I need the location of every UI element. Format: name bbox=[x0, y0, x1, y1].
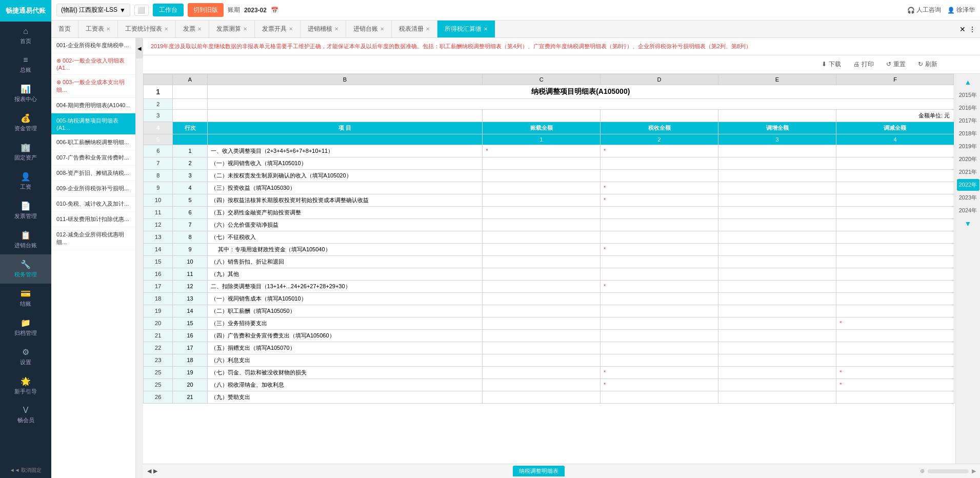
left-item-004[interactable]: 004-期间费用明细表(A1040... bbox=[51, 98, 135, 113]
year-2017[interactable]: 2017年 bbox=[957, 115, 979, 127]
tab-invoice[interactable]: 发票 ✕ bbox=[176, 21, 209, 37]
year-down-button[interactable]: ▼ bbox=[963, 217, 974, 230]
reset-button[interactable]: ↺ 重置 bbox=[883, 58, 909, 70]
table-row: 14 9 其中：专项用途财政性资金（填写A105040） * bbox=[144, 243, 954, 255]
year-2016[interactable]: 2016年 bbox=[957, 102, 979, 114]
left-item-011[interactable]: 011-研发费用加计扣除优惠... bbox=[51, 212, 135, 227]
year-panel: ▲ 2015年 2016年 2017年 2018年 2019年 2020年 20… bbox=[955, 74, 980, 464]
sidebar-item-settings[interactable]: ⚙ 设置 bbox=[0, 342, 51, 371]
col-header-rownum bbox=[144, 74, 173, 85]
year-2019[interactable]: 2019年 bbox=[957, 141, 979, 152]
chevron-down-icon: ▼ bbox=[119, 7, 126, 14]
left-item-003[interactable]: ⊗ 003-一般企业成本支出明细... bbox=[51, 75, 135, 98]
tab-close-salary-report[interactable]: ✕ bbox=[164, 26, 168, 32]
left-item-008[interactable]: 008-资产折旧、摊销及纳税... bbox=[51, 166, 135, 181]
col-header-d: D bbox=[601, 74, 718, 85]
print-button[interactable]: 🖨 打印 bbox=[850, 58, 877, 70]
sidebar-item-inout[interactable]: 📋 进销台账 bbox=[0, 225, 51, 254]
tab-close-invoice-calc[interactable]: ✕ bbox=[243, 26, 247, 32]
tab-invoice-open[interactable]: 发票开具 ✕ bbox=[255, 21, 301, 37]
print-icon: 🖨 bbox=[853, 61, 859, 68]
calendar-icon[interactable]: 📅 bbox=[271, 7, 278, 14]
tabbar-actions: ✕ ⋮ bbox=[955, 25, 980, 33]
period-value: 2023-02 bbox=[244, 7, 267, 14]
prev-sheet-icon[interactable]: ◀ bbox=[147, 468, 151, 474]
sidebar-item-archive[interactable]: 📁 归档管理 bbox=[0, 313, 51, 342]
salary-icon: 👤 bbox=[21, 172, 31, 182]
year-2020[interactable]: 2020年 bbox=[957, 153, 979, 165]
tab-close-income-tax[interactable]: ✕ bbox=[484, 26, 488, 32]
sidebar-item-close[interactable]: 💳 结账 bbox=[0, 284, 51, 313]
support-button[interactable]: 🎧 人工咨询 bbox=[907, 6, 941, 14]
left-item-005[interactable]: 005-纳税调整项目明细表(A1... bbox=[51, 113, 135, 135]
tab-close-salary[interactable]: ✕ bbox=[106, 26, 110, 32]
archive-icon: 📁 bbox=[21, 318, 31, 328]
table-row: 21 16 （四）广告费和业务宣传费支出（填写A105060） bbox=[144, 329, 954, 342]
year-up-button[interactable]: ▲ bbox=[963, 76, 974, 88]
next-sheet-icon[interactable]: ▶ bbox=[153, 468, 157, 474]
left-item-007[interactable]: 007-广告费和业务宣传费时... bbox=[51, 150, 135, 166]
left-item-012[interactable]: 012-减免企业所得税优惠明细... bbox=[51, 227, 135, 250]
sidebar-item-ledger[interactable]: ≡ 总账 bbox=[0, 50, 51, 79]
bottom-tab-label[interactable]: 纳税调整明细表 bbox=[513, 466, 565, 476]
left-item-002[interactable]: ⊗ 002-一般企业收入明细表(A1... bbox=[51, 53, 135, 75]
sidebar-item-finance[interactable]: 💰 资金管理 bbox=[0, 108, 51, 137]
left-item-006[interactable]: 006-职工薪酬纳税调整明细... bbox=[51, 135, 135, 150]
tab-close-in-out-check[interactable]: ✕ bbox=[334, 26, 338, 32]
close-all-icon[interactable]: ✕ bbox=[959, 25, 966, 33]
download-button[interactable]: ⬇ 下载 bbox=[818, 58, 844, 70]
refresh-icon: ↻ bbox=[918, 61, 923, 68]
reset-icon: ↺ bbox=[886, 61, 891, 68]
scrollbar-area[interactable] bbox=[928, 469, 969, 473]
tab-salary[interactable]: 工资表 ✕ bbox=[78, 21, 118, 37]
year-2018[interactable]: 2018年 bbox=[957, 128, 979, 140]
table-row: 20 15 （三）业务招待要支出 * bbox=[144, 317, 954, 329]
tab-in-out-ledger[interactable]: 进销台账 ✕ bbox=[346, 21, 392, 37]
sidebar-item-report[interactable]: 📊 报表中心 bbox=[0, 79, 51, 108]
left-item-001[interactable]: 001-企业所得税年度纳税申... bbox=[51, 38, 135, 53]
company-selector[interactable]: (物副) 江西股室-LSS ▼ bbox=[56, 4, 130, 16]
tab-close-invoice[interactable]: ✕ bbox=[197, 26, 202, 32]
refresh-button[interactable]: ↻ 刷新 bbox=[915, 58, 941, 70]
tab-in-out-check[interactable]: 进销稽核 ✕ bbox=[301, 21, 346, 37]
left-item-009[interactable]: 009-企业所得税弥补亏损明... bbox=[51, 181, 135, 196]
sidebar-item-guide[interactable]: 🌟 新手引导 bbox=[0, 371, 51, 401]
tab-salary-report[interactable]: 工资统计报表 ✕ bbox=[118, 21, 176, 37]
scroll-left-icon[interactable]: ⊕ bbox=[920, 468, 925, 474]
scroll-right-icon[interactable]: ▶ bbox=[972, 468, 976, 474]
sidebar-item-vip[interactable]: V 畅会员 bbox=[0, 401, 51, 429]
table-row: 10 5 （四）按权益法核算长期股权投资对初始投资成本调整确认收益 * bbox=[144, 194, 954, 206]
year-2022[interactable]: 2022年 bbox=[957, 179, 979, 191]
table-sub-header-row: 5 1 2 3 4 bbox=[144, 134, 954, 145]
workspace-button[interactable]: 工作台 bbox=[153, 4, 184, 16]
col-header-f: F bbox=[836, 74, 954, 85]
switch-old-button[interactable]: 切到旧版 bbox=[188, 3, 224, 17]
sidebar-item-assets[interactable]: 🏢 固定资产 bbox=[0, 137, 51, 167]
sidebar-item-tax[interactable]: 🔧 税务管理 bbox=[0, 254, 51, 284]
sidebar-item-home[interactable]: ⌂ 首页 bbox=[0, 22, 51, 50]
tab-close-invoice-open[interactable]: ✕ bbox=[289, 26, 293, 32]
tab-close-in-out-ledger[interactable]: ✕ bbox=[380, 26, 384, 32]
year-2023[interactable]: 2023年 bbox=[957, 192, 979, 204]
unpin-button[interactable]: ◄◄ 取消固定 bbox=[0, 463, 51, 478]
table-container[interactable]: A B C D E F 1 纳 bbox=[143, 74, 980, 464]
left-item-010[interactable]: 010-免税、减计收入及加计... bbox=[51, 196, 135, 212]
table-row: 18 13 （一）视同销售成本（填写A105010） bbox=[144, 292, 954, 305]
year-2021[interactable]: 2021年 bbox=[957, 166, 979, 178]
sidebar-item-salary[interactable]: 👤 工资 bbox=[0, 167, 51, 196]
sidebar-item-invoice[interactable]: 📄 发票管理 bbox=[0, 196, 51, 225]
collapse-handle[interactable]: ◀ bbox=[136, 38, 143, 58]
tab-close-tax-list[interactable]: ✕ bbox=[426, 26, 430, 32]
ledger-icon: ≡ bbox=[23, 55, 28, 65]
year-2015[interactable]: 2015年 bbox=[957, 89, 979, 101]
copy-button[interactable]: ⬜ bbox=[134, 5, 149, 16]
invoice-icon: 📄 bbox=[21, 201, 31, 211]
tab-income-tax[interactable]: 所得税汇算缴 ✕ bbox=[437, 21, 495, 37]
tab-tax-list[interactable]: 税表清册 ✕ bbox=[392, 21, 437, 37]
more-tabs-icon[interactable]: ⋮ bbox=[969, 25, 976, 33]
year-2024[interactable]: 2024年 bbox=[957, 205, 979, 216]
user-avatar[interactable]: 👤 徐泽华 bbox=[947, 6, 975, 14]
tab-home[interactable]: 首页 bbox=[51, 21, 78, 37]
col-c1-header: 账载全额 bbox=[483, 122, 601, 134]
tab-invoice-calc[interactable]: 发票测算 ✕ bbox=[209, 21, 255, 37]
